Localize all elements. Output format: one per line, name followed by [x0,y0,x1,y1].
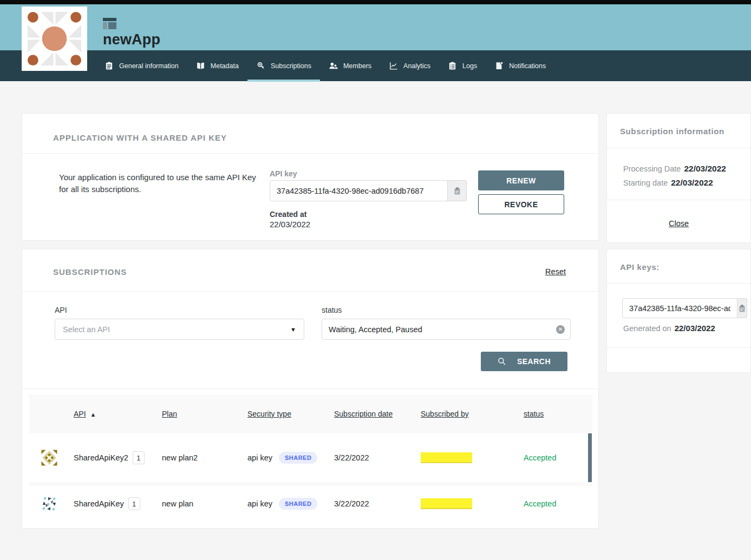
top-bar [0,0,751,4]
subscription-information-card: Subscription information Processing Date… [606,113,751,243]
starting-date-value: 22/03/2022 [671,178,713,187]
tab-subscriptions[interactable]: Subscriptions [247,50,320,81]
clipboard-copy-icon [737,303,747,313]
copy-api-key-button[interactable] [737,298,747,318]
subscribed-by-redacted [421,498,472,509]
plan-cell: new plan2 [162,453,247,462]
table-scrollbar[interactable] [588,433,592,482]
renew-button[interactable]: RENEW [478,170,564,190]
sort-status-header[interactable]: status [524,410,544,418]
api-filter-label: API [55,306,67,314]
search-button-label: SEARCH [517,357,551,366]
sort-subscription-date-header[interactable]: Subscription date [334,410,393,418]
revoke-button[interactable]: REVOKE [478,194,564,214]
people-icon [329,61,338,70]
sort-security-type-header[interactable]: Security type [247,410,291,418]
tab-bar: General information Metadata Subscriptio… [0,50,751,81]
tab-logs[interactable]: Logs [439,50,486,81]
created-at-label: Created at [270,210,306,219]
sort-asc-icon: ▲ [90,411,96,418]
clipboard-copy-icon [453,186,462,196]
api-keys-card: API keys: Generated on22/03/2022 [606,249,751,373]
tab-notifications[interactable]: Notifications [486,50,554,81]
key-icon [256,61,265,70]
status-cell: Accepted [524,453,592,462]
logs-icon [448,61,457,70]
card-title: Subscription information [620,127,724,136]
book-icon [196,61,205,70]
copy-api-key-button[interactable] [448,180,467,201]
status-filter-label: status [322,306,342,314]
api-name: SharedApiKey [74,499,124,508]
security-type-cell: api key [247,499,272,508]
tab-label: Logs [462,62,477,70]
table-body: SharedApiKey2 1 new plan2 api key SHARED… [29,433,592,522]
notification-bell-icon [494,61,504,70]
card-title: API keys: [620,262,659,272]
api-key-input[interactable] [270,180,448,201]
tab-members[interactable]: Members [320,50,380,81]
shared-api-key-card: APPLICATION WITH A SHARED API KEY Your a… [22,113,599,241]
subscription-date-cell: 3/22/2022 [334,499,421,508]
shared-badge: SHARED [279,498,317,510]
tab-metadata[interactable]: Metadata [187,50,247,81]
tab-general-information[interactable]: General information [96,50,187,81]
status-cell: Accepted [524,499,592,508]
processing-date-label: Processing Date [623,164,681,173]
api-name: SharedApiKey2 [74,453,128,462]
shared-badge: SHARED [279,452,317,464]
application-logo [22,6,87,71]
application-icon [103,18,116,29]
api-key-input[interactable] [622,298,737,318]
tab-label: Notifications [509,62,546,70]
generated-on-label: Generated on [623,324,671,333]
starting-date-label: Starting date [623,179,668,187]
sort-subscribed-by-header[interactable]: Subscribed by [421,410,469,418]
sort-plan-header[interactable]: Plan [162,410,177,418]
clear-status-icon[interactable]: ✕ [556,325,565,334]
generated-on-value: 22/03/2022 [675,324,715,333]
tab-analytics[interactable]: Analytics [380,50,439,81]
api-select[interactable]: Select an API ▼ [55,319,304,340]
tab-label: Members [343,62,371,70]
api-select-placeholder: Select an API [63,325,290,334]
app-header: newApp [0,4,751,50]
status-filter-input[interactable] [329,325,556,334]
search-icon [498,357,506,366]
close-link[interactable]: Close [669,219,689,228]
shared-key-description: Your application is configured to use th… [59,172,265,195]
tab-label: Subscriptions [271,62,311,70]
subscription-count-badge: 1 [128,497,140,510]
card-title: APPLICATION WITH A SHARED API KEY [53,133,227,142]
table-row[interactable]: SharedApiKey 1 new plan api key SHARED 3… [29,486,592,522]
card-title: SUBSCRIPTIONS [53,267,127,276]
plan-cell: new plan [162,499,247,508]
sort-api-header[interactable]: API▲ [74,410,96,418]
table-row[interactable]: SharedApiKey2 1 new plan2 api key SHARED… [29,433,592,482]
subscription-count-badge: 1 [133,451,145,464]
chart-icon [389,61,398,70]
tab-label: Analytics [403,62,430,70]
status-filter-field: ✕ [322,319,571,340]
subscribed-by-redacted [421,452,472,463]
api-avatar [41,450,57,466]
clipboard-icon [105,61,114,70]
reset-link[interactable]: Reset [545,267,566,276]
page-title: newApp [103,31,160,48]
table-header-row: API▲ Plan Security type Subscription dat… [29,394,592,433]
chevron-down-icon: ▼ [290,326,296,333]
search-button[interactable]: SEARCH [481,352,567,371]
created-at-value: 22/03/2022 [270,220,310,229]
api-key-label: API key [270,169,297,178]
subscriptions-table: API▲ Plan Security type Subscription dat… [29,394,592,522]
security-type-cell: api key [247,453,272,462]
api-avatar [41,496,57,512]
processing-date-value: 22/03/2022 [684,164,726,173]
subscription-date-cell: 3/22/2022 [334,453,421,462]
tab-label: General information [119,62,179,70]
subscriptions-card: SUBSCRIPTIONS Reset API Select an API ▼ … [22,249,599,529]
tab-label: Metadata [211,62,239,70]
